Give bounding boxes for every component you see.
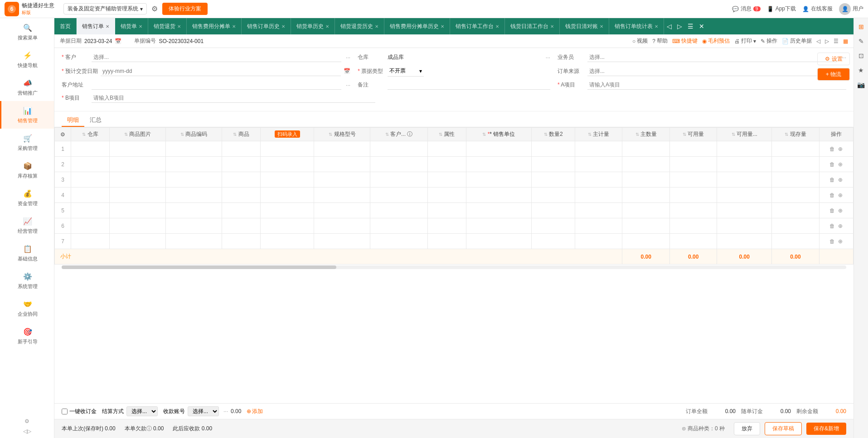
col-settings[interactable]: ⚙ [55,128,71,141]
tab-statistics[interactable]: 销售订单统计表 ✕ [609,18,664,34]
form-settings-button[interactable]: ⚙ 设置 [817,53,850,65]
row-delete-icon[interactable]: 🗑 [829,146,835,152]
a-project-input[interactable] [587,80,846,90]
tab-sales-fee[interactable]: 销售费用分摊单 ✕ [187,18,242,34]
sidebar-item-quick-nav[interactable]: ⚡ 快捷导航 [0,46,54,73]
user-item[interactable]: 👤 用户 [839,3,863,15]
tab-next-btn[interactable]: ▷ [674,18,685,34]
tab-close-workbench[interactable]: ✕ [495,24,499,29]
sidebar-item-guide[interactable]: 🎯 新手引导 [0,322,54,350]
toolbar-layout-btn[interactable]: ▦ [843,38,848,44]
system-selector[interactable]: 装备及固定资产辅助管理系统 ▾ [63,3,147,14]
right-panel-icon-4[interactable]: ★ [855,64,867,76]
col-available[interactable]: ⇅ 可用量 [669,128,717,141]
toolbar-prev-btn[interactable]: ◁ [816,38,820,44]
col-goods[interactable]: ⇅ 商品 [222,128,260,141]
horizontal-scrollbar[interactable] [62,265,846,269]
app-download-item[interactable]: 📱 App下载 [767,5,796,13]
right-panel-icon-2[interactable]: ✎ [855,35,867,47]
right-panel-icon-5[interactable]: 📷 [855,79,867,91]
tab-summary[interactable]: 汇总 [84,114,107,127]
remarks-input[interactable] [388,80,550,90]
delivery-calendar-icon[interactable]: 📅 [344,68,350,74]
sidebar-item-purchase[interactable]: 🛒 采购管理 [0,129,54,156]
row-delete-icon[interactable]: 🗑 [829,238,835,245]
col-unit[interactable]: ⇅ ** 销售单位 [466,128,532,141]
warehouse-dots-btn[interactable]: ··· [546,54,550,61]
tab-close-cash-workbench[interactable]: ✕ [550,24,554,29]
row-delete-icon[interactable]: 🗑 [829,177,835,183]
col-customer-code[interactable]: ⇅ 客户... ⓘ [370,128,427,141]
form-add-logistics-button[interactable]: + 物流 [817,68,850,81]
sidebar-item-system[interactable]: ⚙️ 系统管理 [0,267,54,294]
tab-close-cash-reconcile[interactable]: ✕ [600,24,603,29]
row-copy-icon[interactable]: ⊕ [838,146,843,152]
sidebar-item-operations[interactable]: 📈 经营管理 [0,212,54,239]
add-payment-button[interactable]: ⊕ 添加 [247,408,263,415]
tab-slip-history[interactable]: 销货单历史 ✕ [291,18,335,34]
sidebar-item-capital[interactable]: 💰 资金管理 [0,184,54,212]
tab-close-statistics[interactable]: ✕ [655,24,658,29]
col-warehouse[interactable]: ⇅ 仓库 [71,128,110,141]
col-qty2[interactable]: ⇅ 数量2 [532,128,575,141]
customer-dots-btn[interactable]: ··· [346,54,350,61]
row-copy-icon[interactable]: ⊕ [838,238,843,245]
sidebar-item-enterprise[interactable]: 🤝 企业协同 [0,294,54,322]
tab-order-history[interactable]: 销售订单历史 ✕ [242,18,291,34]
save-new-button[interactable]: 保存&新增 [806,423,846,435]
toolbar-grid-btn[interactable]: ☰ [834,38,839,44]
order-source-input[interactable] [587,67,837,76]
customer-input[interactable] [92,53,341,62]
tab-sales-order[interactable]: 销售订单 ✕ [77,18,115,34]
one-click-checkbox-input[interactable] [62,409,68,414]
tab-sales-slip[interactable]: 销货单 ✕ [115,18,148,34]
tab-prev-btn[interactable]: ◁ [664,18,674,34]
help-btn[interactable]: ?帮助 [652,37,668,45]
col-current[interactable]: ⇅ 现存量 [772,128,819,141]
sidebar-item-inventory[interactable]: 📦 库存核算 [0,156,54,184]
profit-btn[interactable]: ◉毛利预估 [702,37,730,45]
right-panel-icon-1[interactable]: ⊞ [855,21,867,33]
tab-cash-reconcile[interactable]: 钱货日清对账 ✕ [560,18,609,34]
row-delete-icon[interactable]: 🗑 [829,223,835,229]
tab-close-sales-fee[interactable]: ✕ [232,24,236,29]
delivery-input[interactable] [101,67,341,76]
col-scan[interactable]: 扫码录入 [260,128,314,141]
tab-more-btn[interactable]: ☰ [685,18,696,34]
col-available2[interactable]: ⇅ 可用量... [717,128,772,141]
row-copy-icon[interactable]: ⊕ [838,207,843,214]
sidebar-item-search[interactable]: 🔍 搜索菜单 [0,18,54,46]
tab-close-return-history[interactable]: ✕ [375,24,378,29]
sidebar-collapse-icon[interactable]: ◁▷ [23,428,31,434]
print-btn[interactable]: 🖨打印 ▾ [734,37,756,45]
col-code[interactable]: ⇅ 商品编码 [165,128,222,141]
history-btn[interactable]: 📄历史单据 [782,37,812,45]
col-spec[interactable]: ⇅ 规格型号 [314,128,370,141]
b-project-input[interactable] [92,93,375,103]
salesperson-input[interactable] [587,53,837,62]
settings-icon[interactable]: ⚙ [151,5,158,13]
sidebar-settings-icon[interactable]: ⚙ [24,418,29,424]
row-delete-icon[interactable]: 🗑 [829,207,835,214]
operation-btn[interactable]: ✎操作 [761,37,777,45]
tab-close-sales-return[interactable]: ✕ [177,24,181,29]
row-copy-icon[interactable]: ⊕ [838,177,843,183]
sidebar-item-sales[interactable]: 📊 销售管理 [0,101,54,129]
col-main-unit[interactable]: ⇅ 主计量 [575,128,622,141]
payment-method-select[interactable]: 选择... [126,406,158,416]
address-input[interactable] [92,80,341,90]
row-copy-icon[interactable]: ⊕ [838,161,843,168]
tab-close-all-btn[interactable]: ✕ [696,18,707,34]
account-dots-btn[interactable]: ··· [223,408,228,414]
tab-close-sales-order[interactable]: ✕ [106,24,109,29]
invoice-select[interactable]: 不开票 ▾ [388,66,424,77]
message-item[interactable]: 💬 消息 9 [732,5,761,13]
calendar-icon[interactable]: 📅 [115,38,121,44]
tab-detail[interactable]: 明细 [62,114,84,127]
tab-close-order-history[interactable]: ✕ [281,24,285,29]
sidebar-item-basic-info[interactable]: 📋 基础信息 [0,239,54,267]
tab-return-history[interactable]: 销货退货历史 ✕ [335,18,384,34]
tab-close-fee-history[interactable]: ✕ [441,24,444,29]
discard-button[interactable]: 放弃 [734,422,760,435]
address-dots-btn[interactable]: ··· [346,82,350,88]
